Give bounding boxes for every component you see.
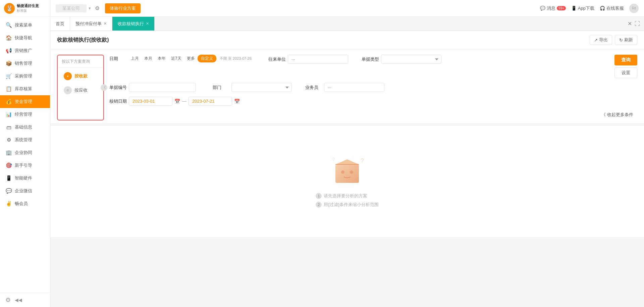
collapse-sidebar-icon[interactable]: ◀◀ [15, 297, 22, 303]
date-tab-custom[interactable]: 自定义 [198, 55, 216, 62]
sidebar-item-label: 企业微信 [15, 188, 32, 194]
message-button[interactable]: 💬 消息 99+ [540, 5, 566, 11]
database-icon: 🗃 [5, 124, 12, 130]
empty-state: ? ? 1 请先选择要分析的方案 2 用[过滤]条件来缩小分析范围 [50, 126, 644, 237]
sidebar-item-search[interactable]: 🔍 搜索菜单 [0, 19, 50, 32]
tab-receipt[interactable]: 收款核销执行 ✕ [112, 17, 155, 31]
svg-text:?: ? [332, 157, 335, 162]
app-download-button[interactable]: 📱 App下载 [571, 5, 594, 11]
tab-receipt-close-icon[interactable]: ✕ [146, 21, 149, 26]
sidebar-item-hardware[interactable]: 📱 智能硬件 [0, 172, 50, 185]
date-tab-this-month[interactable]: 本月 [142, 55, 155, 62]
filter-row-2: 单据编号 部门 业务员 [109, 83, 637, 92]
partner-input[interactable] [288, 55, 348, 64]
tab-prepay-close-icon[interactable]: ✕ [104, 21, 107, 26]
settings-button[interactable]: 设置 [614, 67, 637, 78]
sidebar-item-label: 采购管理 [15, 73, 32, 79]
date-tab-this-year[interactable]: 本年 [155, 55, 168, 62]
page-title: 收款核销执行(按收款) [57, 37, 109, 48]
hint-num-2: 2 [316, 202, 322, 208]
service-icon: 🎧 [600, 6, 605, 11]
filter-row-3: 核销日期 📅 — 📅 [109, 97, 637, 106]
tab-expand-icon[interactable]: ⛶ [635, 21, 640, 27]
doc-type-select[interactable] [381, 55, 441, 64]
svg-text:?: ? [361, 157, 364, 164]
topbar-right: 💬 消息 99+ 📱 App下载 🎧 在线客服 Rit [540, 4, 639, 13]
date-tab-prev-month[interactable]: 上月 [128, 55, 142, 62]
sidebar-item-marketing[interactable]: 📢 营销推广 [0, 44, 50, 57]
logo-icon: 🐰 [4, 3, 15, 14]
filter-main: 按以下方案查询 ¥ 按收款 ⏱ 按应收 《 [57, 55, 637, 120]
sidebar-item-basicinfo[interactable]: 🗃 基础信息 [0, 121, 50, 134]
filter-by-receipt-label: 按收款 [74, 73, 88, 79]
sidebar-item-wechat[interactable]: 💬 企业微信 [0, 185, 50, 197]
empty-hint-2: 2 用[过滤]条件来缩小分析范围 [316, 202, 378, 208]
refresh-button[interactable]: ↻ 刷新 [615, 35, 637, 45]
date-tab-more[interactable]: 更多 [184, 55, 198, 62]
sidebar-item-system[interactable]: ⚙ 系统管理 [0, 134, 50, 146]
calendar-end-icon[interactable]: 📅 [234, 99, 240, 104]
home-icon: 🏠 [5, 35, 12, 41]
app-download-label: App下载 [578, 5, 594, 11]
doc-no-input[interactable] [129, 83, 196, 92]
partner-filter-group: 往来单位 [268, 55, 348, 64]
company-name: 某某公司 [56, 4, 87, 12]
sidebar-item-quicknav[interactable]: 🏠 快捷导航 [0, 32, 50, 44]
sidebar-item-enterprise[interactable]: 🏢 企业协同 [0, 146, 50, 159]
app-name: 畅捷通好生意 [17, 3, 39, 8]
sidebar-item-finance[interactable]: 💰 资金管理 [0, 95, 50, 108]
collapse-more-label: 收起更多条件 [607, 112, 633, 118]
chart-icon: 📊 [5, 111, 12, 117]
mobile-icon: 📱 [571, 6, 577, 11]
solution-button[interactable]: 体验行业方案 [105, 3, 141, 13]
calendar-start-icon[interactable]: 📅 [174, 99, 180, 104]
sidebar-item-inventory[interactable]: 📋 库存核算 [0, 83, 50, 95]
sidebar-item-sales[interactable]: 📦 销售管理 [0, 57, 50, 70]
hint-num-1: 1 [316, 193, 322, 199]
verify-date-end-input[interactable] [189, 97, 232, 106]
settings-bottom-icon[interactable]: ⚙ [5, 296, 11, 304]
tab-prepay[interactable]: 预付冲应付单 ✕ [70, 17, 112, 31]
online-service-button[interactable]: 🎧 在线客服 [600, 5, 624, 11]
topbar: 某某公司 ▾ ⚙ 体验行业方案 💬 消息 99+ 📱 App下载 🎧 在线客服 … [50, 0, 644, 17]
filter-row-1: 日期 上月 本月 本年 近7天 更多 自定义 不限 至 2023-07-26 [109, 55, 637, 78]
verify-date-start-input[interactable] [129, 97, 172, 106]
filter-by-receivable[interactable]: ⏱ 按应收 [60, 84, 101, 97]
sidebar-item-vip[interactable]: ✌ 畅会员 [0, 197, 50, 210]
dept-select[interactable] [231, 83, 292, 92]
tab-close-icon[interactable]: ✕ [628, 20, 632, 27]
collapse-panel-button[interactable]: 《 [101, 84, 107, 91]
staff-input[interactable] [324, 83, 384, 92]
sidebar: 🐰 畅捷通好生意 标准版 🔍 搜索菜单 🏠 快捷导航 📢 营销推广 📦 销售管理… [0, 0, 50, 307]
sidebar-item-guide[interactable]: 🎯 新手引导 [0, 159, 50, 172]
verify-date-range: 📅 — 📅 [129, 97, 240, 106]
online-service-label: 在线客服 [606, 5, 624, 11]
date-tab-7days[interactable]: 近7天 [168, 55, 184, 62]
sidebar-bottom: ⚙ ◀◀ [0, 293, 50, 307]
clipboard-icon: 📋 [5, 86, 12, 92]
svg-marker-5 [335, 159, 359, 164]
export-button[interactable]: ↗ 导出 [590, 35, 612, 45]
query-actions: 查询 设置 [614, 55, 637, 78]
doc-no-label: 单据编号 [109, 85, 127, 91]
filter-container: 按以下方案查询 ¥ 按收款 ⏱ 按应收 《 [50, 49, 644, 123]
collapse-more-button[interactable]: 《 收起更多条件 [597, 110, 637, 119]
logo-area: 🐰 畅捷通好生意 标准版 [0, 0, 50, 17]
user-avatar[interactable]: Rit [629, 4, 639, 13]
query-button[interactable]: 查询 [614, 55, 637, 65]
date-filter-group: 日期 上月 本月 本年 近7天 更多 自定义 不限 至 2023-07-26 [109, 55, 252, 62]
hint-text-1: 请先选择要分析的方案 [324, 193, 367, 199]
megaphone-icon: 📢 [5, 48, 12, 54]
filter-by-receipt[interactable]: ¥ 按收款 [60, 69, 101, 83]
collapse-more-row: 《 收起更多条件 [109, 109, 637, 120]
filter-by-receivable-label: 按应收 [74, 87, 88, 93]
company-selector[interactable]: 某某公司 ▾ [56, 4, 91, 12]
tab-home[interactable]: 首页 [50, 17, 70, 31]
sidebar-item-purchase[interactable]: 🛒 采购管理 [0, 70, 50, 83]
building-icon: 🏢 [5, 150, 12, 156]
sidebar-item-label: 新手引导 [15, 162, 32, 168]
export-icon: ↗ [594, 38, 598, 43]
app-sub: 标准版 [17, 8, 39, 13]
sidebar-item-operations[interactable]: 📊 经营管理 [0, 108, 50, 121]
settings-icon[interactable]: ⚙ [95, 5, 100, 11]
